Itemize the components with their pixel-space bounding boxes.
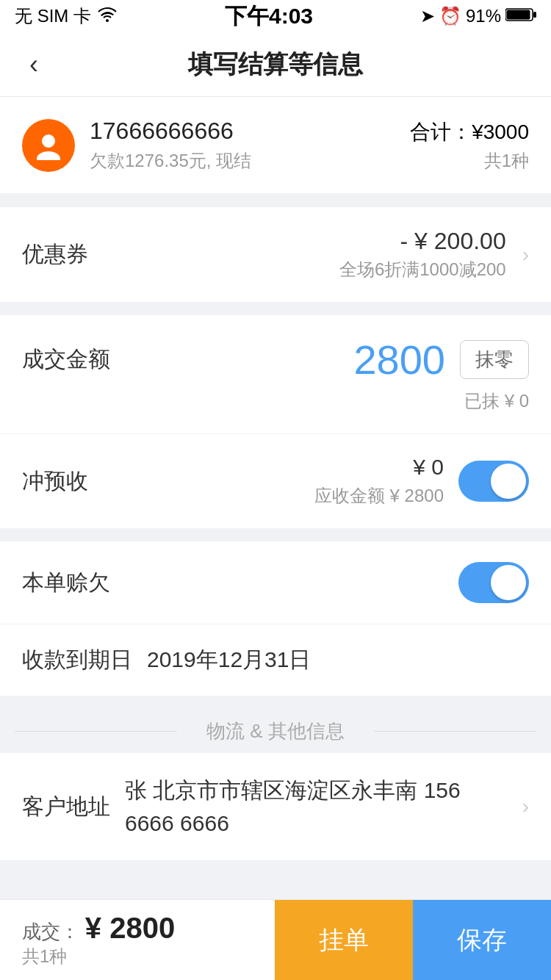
status-right: ➤ ⏰ 91%: [420, 6, 536, 26]
coupon-detail: - ¥ 200.00 全场6折满1000减200: [339, 228, 506, 281]
duedate-value: 2019年12月31日: [147, 645, 311, 675]
summary-count: 共1种: [22, 945, 253, 968]
prepay-section: 冲预收 ¥ 0 应收金额 ¥ 2800: [0, 433, 551, 528]
svg-point-4: [37, 151, 60, 160]
amount-sub: 已抹 ¥ 0: [22, 389, 529, 413]
prepay-toggle[interactable]: [458, 461, 529, 502]
summary-label: 成交：: [22, 920, 79, 943]
separator-2: [0, 528, 551, 541]
prepay-value-col: ¥ 0 应收金额 ¥ 2800: [314, 455, 444, 508]
amount-value: 2800: [353, 336, 445, 383]
divider-line-left: [15, 731, 177, 732]
customer-left: 17666666666 欠款1276.35元, 现结: [22, 118, 251, 173]
total-amount: ¥3000: [472, 120, 529, 143]
address-value: 张 北京市市辖区海淀区永丰南 156 6666 6666: [110, 774, 515, 840]
divider-line-right: [374, 731, 536, 732]
svg-point-3: [42, 134, 55, 148]
bottom-summary: 成交： ¥ 2800 共1种: [0, 912, 275, 968]
save-button[interactable]: 保存: [413, 900, 551, 981]
total-row: 合计：¥3000: [410, 118, 529, 146]
duedate-label: 收款到期日: [22, 645, 132, 675]
page-title: 填写结算等信息: [188, 48, 363, 82]
separator-1: [0, 302, 551, 315]
duedate-section: 收款到期日 2019年12月31日: [0, 624, 551, 696]
summary-label-row: 成交： ¥ 2800: [22, 912, 253, 945]
bottom-bar: 成交： ¥ 2800 共1种 挂单 保存: [0, 899, 551, 980]
logistics-divider: 物流 & 其他信息: [0, 709, 551, 753]
nav-bar: ‹ 填写结算等信息: [0, 32, 551, 97]
total-label: 合计：: [410, 120, 472, 143]
chevron-right-icon: ›: [522, 243, 529, 267]
coupon-label: 优惠券: [22, 239, 88, 270]
credit-toggle-knob: [491, 565, 526, 600]
prepay-label: 冲预收: [22, 466, 88, 497]
customer-details: 17666666666 欠款1276.35元, 现结: [90, 118, 251, 173]
customer-total: 合计：¥3000 共1种: [410, 118, 529, 173]
customer-info-section: 17666666666 欠款1276.35元, 现结 合计：¥3000 共1种: [0, 97, 551, 193]
customer-debt: 欠款1276.35元, 现结: [90, 149, 251, 173]
alarm-icon: ⏰: [439, 6, 461, 26]
address-chevron-icon: ›: [522, 795, 529, 818]
prepay-amount: ¥ 0: [314, 455, 444, 480]
amount-row: 成交金额 2800 抹零: [22, 336, 529, 383]
address-label: 客户地址: [22, 792, 110, 822]
total-count: 共1种: [410, 149, 529, 173]
amount-label: 成交金额: [22, 345, 110, 375]
toggle-knob: [491, 464, 526, 499]
credit-toggle[interactable]: [458, 562, 529, 603]
separator-3: [0, 696, 551, 709]
prepay-sub: 应收金额 ¥ 2800: [314, 484, 444, 508]
status-left: 无 SIM 卡: [15, 4, 118, 28]
round-button[interactable]: 抹零: [460, 340, 529, 379]
customer-phone: 17666666666: [90, 118, 251, 145]
svg-rect-1: [533, 12, 536, 18]
prepay-row: 冲预收 ¥ 0 应收金额 ¥ 2800: [22, 455, 529, 508]
wifi-icon: [97, 6, 118, 26]
pending-button[interactable]: 挂单: [275, 900, 413, 981]
summary-value: ¥ 2800: [85, 912, 175, 944]
sim-status: 无 SIM 卡: [15, 4, 91, 28]
svg-rect-2: [506, 10, 530, 20]
logistics-label: 物流 & 其他信息: [206, 718, 345, 744]
coupon-amount: - ¥ 200.00: [339, 228, 506, 255]
coupon-right: - ¥ 200.00 全场6折满1000减200 ›: [339, 228, 529, 281]
duedate-row: 收款到期日 2019年12月31日: [22, 645, 529, 675]
avatar: [22, 119, 75, 172]
back-button[interactable]: ‹: [22, 42, 46, 87]
credit-label: 本单赊欠: [22, 568, 110, 598]
coupon-row[interactable]: 优惠券 - ¥ 200.00 全场6折满1000减200 ›: [0, 206, 551, 302]
status-bar: 无 SIM 卡 下午4:03 ➤ ⏰ 91%: [0, 0, 551, 32]
prepay-right: ¥ 0 应收金额 ¥ 2800: [314, 455, 529, 508]
credit-section: 本单赊欠: [0, 541, 551, 624]
battery-percent: 91%: [466, 6, 501, 26]
address-section[interactable]: 客户地址 张 北京市市辖区海淀区永丰南 156 6666 6666 ›: [0, 753, 551, 860]
location-icon: ➤: [420, 6, 435, 26]
status-time: 下午4:03: [225, 1, 313, 32]
coupon-desc: 全场6折满1000减200: [339, 258, 506, 281]
battery-icon: [505, 6, 536, 26]
transaction-section: 成交金额 2800 抹零 已抹 ¥ 0: [0, 315, 551, 433]
amount-value-wrap: 2800 抹零: [353, 336, 529, 383]
